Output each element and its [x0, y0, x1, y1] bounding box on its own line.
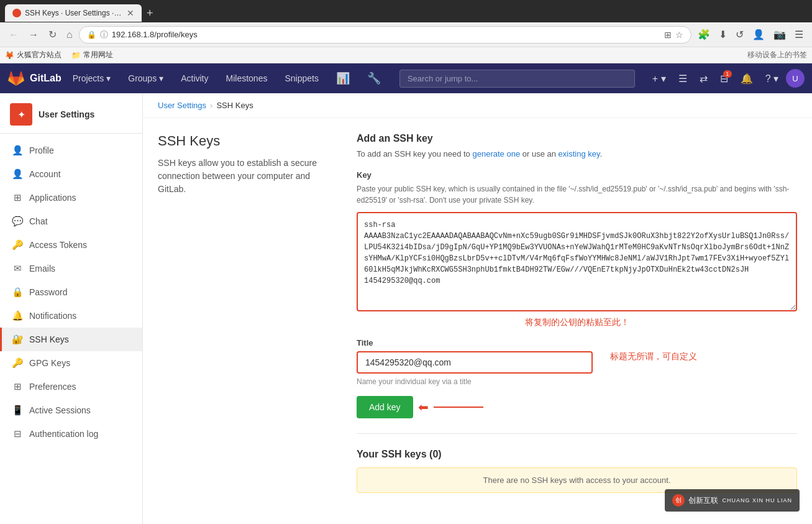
gitlab-logo[interactable]: GitLab	[7, 70, 62, 87]
sidebar-header: ✦ User Settings	[0, 93, 142, 134]
sidebar-item-label: Authentication log	[29, 429, 98, 439]
extensions-button[interactable]: 🧩	[694, 26, 714, 43]
downloads-button[interactable]: ⬇	[715, 26, 731, 43]
sidebar-item-label: SSH Keys	[29, 334, 69, 344]
sidebar-item-notifications[interactable]: 🔔 Notifications	[0, 304, 142, 328]
nav-merge-requests[interactable]: ⇄	[695, 69, 713, 88]
breadcrumb-parent-link[interactable]: User Settings	[158, 101, 206, 110]
refresh-button[interactable]: ↻	[45, 26, 60, 43]
tab-favicon	[12, 9, 21, 17]
user-avatar-button[interactable]: U	[786, 69, 805, 88]
sidebar-item-emails[interactable]: ✉ Emails	[0, 257, 142, 280]
bookmark-icon: 🦊	[5, 51, 14, 60]
browser-toolbar: ← → ↻ ⌂ 🔒 ⓘ 192.168.1.8/profile/keys ⊞ ☆…	[0, 22, 812, 47]
title-input[interactable]	[357, 351, 593, 374]
sidebar-item-access-tokens[interactable]: 🔑 Access Tokens	[0, 233, 142, 257]
bookmark-common[interactable]: 📁 常用网址	[71, 50, 113, 60]
back-button[interactable]: ←	[5, 27, 22, 43]
bookmark-star-icon[interactable]: ☆	[675, 30, 683, 40]
tab-close-button[interactable]: ✕	[127, 8, 134, 18]
nav-milestones[interactable]: Milestones	[220, 68, 274, 88]
sidebar-item-label: Chat	[29, 216, 48, 226]
bookmarks-bar: 🦊 火狐官方站点 📁 常用网址 移动设备上的书签	[0, 47, 812, 63]
new-tab-button[interactable]: +	[142, 7, 158, 20]
sync-button[interactable]: ↺	[732, 26, 747, 43]
chevron-down-icon: ▾	[159, 73, 163, 83]
sidebar-title: User Settings	[39, 109, 94, 119]
sessions-icon: 📱	[12, 405, 23, 416]
forward-button[interactable]: →	[25, 27, 42, 43]
key-field-hint: Paste your public SSH key, which is usua…	[357, 183, 797, 206]
nav-projects[interactable]: Projects ▾	[66, 68, 117, 88]
search-input[interactable]	[399, 70, 635, 88]
sidebar-item-auth-log[interactable]: ⊟ Authentication log	[0, 422, 142, 446]
sidebar-item-preferences[interactable]: ⊞ Preferences	[0, 375, 142, 398]
gitlab-logo-icon	[7, 70, 25, 87]
security-icon: 🔒	[87, 30, 96, 39]
gpg-icon: 🔑	[12, 357, 23, 369]
page-content: User Settings › SSH Keys SSH Keys SSH ke…	[143, 93, 812, 524]
sidebar-nav: 👤 Profile 👤 Account ⊞ Applications 💬 Cha…	[0, 134, 142, 451]
nav-snippets[interactable]: Snippets	[278, 68, 324, 88]
sidebar-item-label: Notifications	[29, 311, 76, 321]
sidebar-item-label: Password	[29, 287, 67, 297]
info-icon: ⓘ	[100, 29, 108, 40]
nav-sidebar-toggle[interactable]: ☰	[673, 69, 692, 88]
arrow-line	[434, 407, 483, 408]
sidebar-item-label: Preferences	[29, 382, 76, 392]
sidebar-item-gpg-keys[interactable]: 🔑 GPG Keys	[0, 351, 142, 375]
sidebar-item-chat[interactable]: 💬 Chat	[0, 209, 142, 233]
watermark-text: 创新互联	[688, 495, 718, 506]
address-bar[interactable]: 🔒 ⓘ 192.168.1.8/profile/keys ⊞ ☆	[79, 26, 691, 44]
tab-title: SSH Keys · User Settings · Git...	[25, 9, 123, 17]
nav-groups[interactable]: Groups ▾	[122, 68, 170, 88]
sidebar-item-label: Applications	[29, 193, 76, 203]
add-key-button[interactable]: Add key	[357, 396, 413, 418]
sidebar-avatar-icon: ✦	[10, 103, 32, 126]
generate-key-link[interactable]: generate one	[472, 149, 520, 159]
home-button[interactable]: ⌂	[63, 27, 76, 43]
bell-icon: 🔔	[12, 310, 23, 321]
person-icon: 👤	[12, 145, 23, 156]
nav-activity[interactable]: Activity	[175, 68, 214, 88]
intro-text: To add an SSH key you need to	[357, 149, 470, 159]
main-layout: ✦ User Settings 👤 Profile 👤 Account ⊞ Ap…	[0, 93, 812, 524]
or-text: or use an	[522, 149, 556, 159]
chat-icon: 💬	[12, 216, 23, 227]
watermark-icon: 创	[672, 494, 685, 507]
chevron-down-icon: ▾	[661, 73, 666, 84]
title-field-label: Title	[357, 338, 797, 347]
bookmark-label: 火狐官方站点	[17, 50, 62, 60]
sidebar-item-account[interactable]: 👤 Account	[0, 162, 142, 186]
bookmark-foxfire[interactable]: 🦊 火狐官方站点	[5, 50, 62, 60]
breadcrumb: User Settings › SSH Keys	[143, 93, 812, 118]
chevron-down-icon: ▾	[106, 73, 111, 83]
ssh-key-textarea[interactable]: ssh-rsa AAAAB3NzaC1yc2EAAAADAQABAABAQCvN…	[357, 212, 797, 311]
sidebar-item-applications[interactable]: ⊞ Applications	[0, 186, 142, 209]
sidebar-item-label: GPG Keys	[29, 358, 70, 368]
screenshot-button[interactable]: 📷	[770, 26, 790, 43]
sidebar-item-ssh-keys[interactable]: 🔐 SSH Keys	[0, 328, 142, 351]
global-search[interactable]	[399, 70, 635, 88]
reader-icon[interactable]: ⊞	[664, 30, 672, 40]
nav-plus-button[interactable]: + ▾	[647, 69, 671, 88]
sidebar-item-password[interactable]: 🔒 Password	[0, 280, 142, 304]
sidebar-item-active-sessions[interactable]: 📱 Active Sessions	[0, 398, 142, 422]
breadcrumb-separator: ›	[210, 101, 212, 110]
page-description: SSH keys allow you to establish a secure…	[158, 157, 332, 196]
active-tab[interactable]: SSH Keys · User Settings · Git... ✕	[5, 4, 142, 22]
sidebar-item-profile[interactable]: 👤 Profile	[0, 139, 142, 162]
address-text: 192.168.1.8/profile/keys	[112, 30, 660, 39]
gitlab-wordmark: GitLab	[30, 73, 62, 84]
add-ssh-key-title: Add an SSH key	[357, 133, 797, 144]
menu-button[interactable]: ☰	[791, 26, 807, 43]
nav-bar-chart-icon[interactable]: 📊	[330, 67, 356, 90]
sidebar-item-label: Emails	[29, 264, 55, 273]
nav-notifications[interactable]: 🔔	[736, 69, 758, 88]
account-button[interactable]: 👤	[749, 26, 769, 43]
folder-icon: 📁	[71, 51, 81, 60]
nav-issues[interactable]: ⊟ 1	[715, 69, 733, 88]
nav-spanner-icon[interactable]: 🔧	[361, 67, 387, 90]
nav-help[interactable]: ? ▾	[760, 69, 783, 88]
existing-key-link[interactable]: existing key	[559, 149, 600, 159]
